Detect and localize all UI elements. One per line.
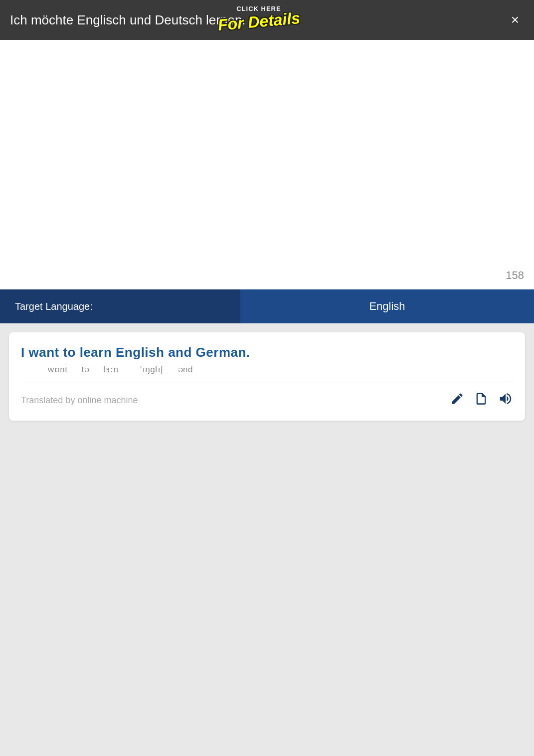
content-area: 158 (0, 40, 534, 289)
action-icons (450, 391, 513, 410)
target-language-bar: Target Language: English (0, 289, 534, 323)
phonetic-word-4: 'ɪŋglɪʃ (132, 364, 164, 375)
top-bar: Ich möchte Englisch und Deutsch lernen. … (0, 0, 534, 40)
click-banner[interactable]: CLICK HERE For Details (217, 5, 300, 29)
translated-sentence: I want to learn English and German. (21, 343, 513, 361)
phonetic-word-1: wɒnt (48, 364, 67, 375)
phonetic-word-5: ənd (178, 364, 193, 375)
translation-card: I want to learn English and German. wɒnt… (9, 332, 525, 421)
close-button[interactable]: × (506, 10, 524, 29)
sound-icon[interactable] (498, 391, 513, 410)
target-language-value[interactable]: English (240, 289, 534, 323)
divider (21, 383, 513, 383)
phonetics-row: wɒnt tə lɜːn 'ɪŋglɪʃ ənd (21, 364, 513, 375)
document-icon[interactable] (474, 392, 488, 409)
edit-icon[interactable] (450, 392, 464, 409)
page-number: 158 (506, 269, 524, 282)
bottom-area (0, 430, 534, 729)
phonetic-word-2: tə (81, 364, 89, 375)
for-details-label: For Details (217, 10, 301, 33)
target-language-label: Target Language: (0, 301, 240, 312)
phonetic-word-3: lɜːn (103, 364, 118, 375)
translation-footer: Translated by online machine (21, 391, 513, 410)
translated-by: Translated by online machine (21, 395, 138, 406)
